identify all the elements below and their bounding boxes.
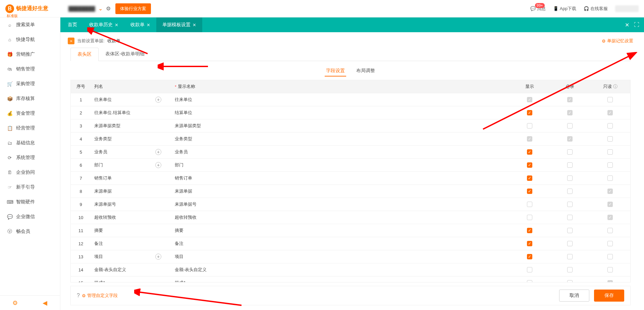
cell-displayname[interactable]: 来源单据类型 — [171, 119, 509, 132]
sidebar-item-13[interactable]: 💬企业微信 — [0, 209, 60, 224]
cell-displayname[interactable]: 提成1 — [171, 276, 509, 282]
checkbox-icon[interactable] — [607, 254, 613, 259]
cell-displayname[interactable]: 业务员 — [171, 146, 509, 158]
sidebar-item-12[interactable]: ⌨智能硬件 — [0, 195, 60, 209]
cell-readonly — [590, 263, 630, 276]
checkbox-icon[interactable] — [567, 241, 573, 246]
checkbox-icon[interactable] — [607, 228, 613, 233]
fullscreen-icon[interactable]: ⛶ — [634, 22, 639, 28]
add-field-icon[interactable]: + — [155, 254, 161, 260]
cell-displayname[interactable]: 来源单据号 — [171, 198, 509, 211]
cell-displayname[interactable]: 摘要 — [171, 224, 509, 237]
org-selector[interactable]: ████████ ⌄ ⚙ — [68, 5, 111, 12]
checkbox-icon[interactable] — [567, 215, 573, 220]
checkbox-icon[interactable] — [527, 215, 532, 220]
crumb-expand-icon[interactable]: » — [68, 38, 74, 44]
chevron-down-icon[interactable]: ⌄ — [98, 5, 103, 12]
checkbox-icon[interactable] — [607, 162, 613, 168]
checkbox-icon[interactable] — [567, 123, 573, 128]
cell-displayname[interactable]: 备注 — [171, 237, 509, 250]
checkbox-icon[interactable] — [527, 123, 532, 128]
checkbox-icon[interactable]: ✓ — [527, 162, 532, 168]
page-tab-0[interactable]: 首页 — [62, 17, 83, 32]
user-avatar[interactable] — [615, 5, 639, 12]
page-tab-2[interactable]: 收款单✕ — [124, 17, 156, 32]
cell-displayname[interactable]: 销售订单 — [171, 172, 509, 185]
online-service-link[interactable]: 🎧 在线客服 — [584, 6, 608, 12]
checkbox-icon[interactable] — [607, 267, 613, 272]
try-plan-button[interactable]: 体验行业方案 — [115, 3, 151, 14]
save-button[interactable]: 保存 — [594, 290, 624, 302]
checkbox-icon[interactable] — [567, 189, 573, 194]
org-settings-icon[interactable]: ⚙ — [106, 5, 111, 12]
checkbox-icon[interactable]: ✓ — [527, 228, 532, 233]
cell-displayname[interactable]: 往来单位 — [171, 93, 509, 106]
area-tab-0[interactable]: 表头区 — [70, 48, 99, 61]
checkbox-icon[interactable] — [567, 254, 573, 259]
cancel-button[interactable]: 取消 — [559, 290, 589, 302]
checkbox-icon[interactable] — [527, 267, 532, 272]
sidebar-item-7[interactable]: 📋经营管理 — [0, 121, 60, 136]
sub-tab-1[interactable]: 布局调整 — [355, 66, 376, 76]
sidebar-item-5[interactable]: 📦库存核算 — [0, 91, 60, 106]
checkbox-icon[interactable]: ✓ — [527, 254, 532, 259]
checkbox-icon[interactable] — [607, 123, 613, 128]
checkbox-icon[interactable] — [607, 241, 613, 246]
sub-tab-0[interactable]: 字段设置 — [325, 66, 346, 76]
help-icon[interactable]: ⓘ — [613, 84, 618, 90]
sidebar-item-14[interactable]: Ⓥ畅会员 — [0, 224, 60, 239]
sidebar-item-3[interactable]: 🛍销售管理 — [0, 62, 60, 76]
sidebar-item-9[interactable]: ⟳系统管理 — [0, 150, 60, 165]
sidebar-item-6[interactable]: 💰资金管理 — [0, 106, 60, 121]
checkbox-icon[interactable] — [607, 149, 613, 155]
cell-displayname[interactable]: 项目 — [171, 250, 509, 263]
sidebar-item-11[interactable]: ☞新手引导 — [0, 180, 60, 195]
checkbox-icon[interactable] — [567, 267, 573, 272]
cell-displayname[interactable]: 超收转预收 — [171, 211, 509, 224]
checkbox-icon[interactable] — [527, 280, 532, 282]
sidebar-item-4[interactable]: 🛒采购管理 — [0, 76, 60, 91]
checkbox-icon[interactable] — [607, 175, 613, 181]
sidebar-item-2[interactable]: 🎁营销推广 — [0, 47, 60, 62]
manage-custom-fields-link[interactable]: ⚙ 管理自定义字段 — [82, 293, 118, 299]
checkbox-icon[interactable] — [567, 228, 573, 233]
sidebar-item-1[interactable]: ⌂快捷导航 — [0, 32, 60, 47]
checkbox-icon[interactable] — [567, 162, 573, 168]
cell-displayname[interactable]: 业务类型 — [171, 133, 509, 145]
checkbox-icon[interactable] — [567, 280, 573, 282]
app-download-link[interactable]: 📱 App下载 — [553, 6, 576, 12]
add-field-icon[interactable]: + — [155, 97, 161, 103]
checkbox-icon[interactable]: ✓ — [527, 189, 532, 194]
messages-link[interactable]: 💬 消息 99+ — [530, 6, 546, 12]
checkbox-icon[interactable] — [567, 149, 573, 155]
cell-displayname[interactable]: 来源单据 — [171, 185, 509, 198]
sidebar-item-10[interactable]: 🗓企业协同 — [0, 165, 60, 180]
checkbox-icon[interactable]: ✓ — [527, 175, 532, 181]
checkbox-icon[interactable] — [527, 202, 532, 207]
sidebar-item-0[interactable]: ⌕搜索菜单 — [0, 17, 60, 32]
checkbox-icon[interactable] — [607, 97, 613, 102]
sidebar-item-8[interactable]: 🗂基础信息 — [0, 136, 60, 150]
checkbox-icon[interactable]: ✓ — [527, 241, 532, 246]
tab-close-icon[interactable]: ✕ — [147, 22, 150, 28]
checkbox-icon[interactable] — [607, 136, 613, 142]
area-tab-1[interactable]: 表体区-收款单明细 — [99, 48, 151, 61]
checkbox-icon[interactable] — [567, 175, 573, 181]
cell-displayname[interactable]: 金额-表头自定义 — [171, 263, 509, 276]
checkbox-icon[interactable]: ✓ — [527, 149, 532, 155]
tab-close-icon[interactable]: ✕ — [115, 22, 118, 28]
sidebar-settings-icon[interactable]: ⚙ — [0, 296, 30, 310]
tabs-close-all-icon[interactable]: ✕ — [625, 22, 629, 28]
tab-close-icon[interactable]: ✕ — [193, 22, 196, 28]
checkbox-icon[interactable]: ✓ — [527, 110, 532, 115]
cell-displayname[interactable]: 部门 — [171, 159, 509, 171]
add-field-icon[interactable]: + — [155, 149, 161, 155]
cell-displayname[interactable]: 结算单位 — [171, 106, 509, 119]
page-tab-1[interactable]: 收款单历史✕ — [83, 17, 124, 32]
help-icon[interactable]: ? — [77, 293, 80, 299]
checkbox-icon[interactable] — [567, 202, 573, 207]
memory-settings-link[interactable]: ⚙ 单据记忆设置 — [602, 38, 633, 44]
add-field-icon[interactable]: + — [155, 162, 161, 168]
page-tab-3[interactable]: 单据模板设置✕ — [156, 17, 202, 32]
sidebar-collapse-icon[interactable]: ◀ — [30, 296, 60, 310]
